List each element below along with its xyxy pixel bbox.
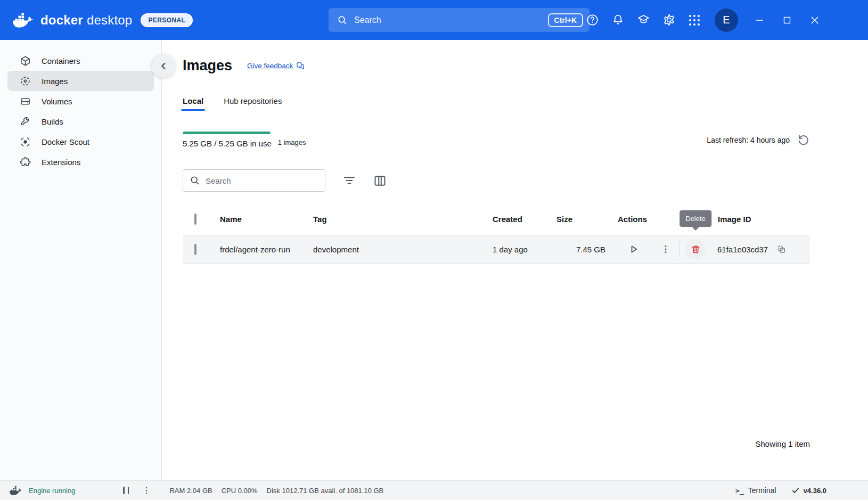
column-header-created[interactable]: Created: [486, 215, 550, 224]
usage-progress-fill: [183, 132, 271, 134]
engine-status[interactable]: Engine running: [10, 486, 75, 495]
volumes-disk-icon: [19, 96, 31, 107]
statusbar-right: >_ Terminal v4.36.0: [735, 486, 826, 495]
row-more-actions-button[interactable]: [657, 240, 675, 258]
statusbar-more-button[interactable]: [142, 486, 151, 495]
tabs: Local Hub repositories: [183, 96, 282, 111]
tab-hub-repositories[interactable]: Hub repositories: [224, 96, 282, 111]
window-minimize-button[interactable]: [746, 7, 773, 33]
builds-wrench-icon: [19, 116, 31, 127]
sidebar: Containers Images Volumes Builds: [0, 40, 162, 480]
sidebar-item-label: Images: [42, 77, 68, 86]
settings-gear-button[interactable]: [656, 7, 682, 33]
grid-dots-icon: [689, 15, 700, 26]
sidebar-item-docker-scout[interactable]: Docker Scout: [7, 132, 154, 152]
sidebar-item-containers[interactable]: Containers: [7, 51, 154, 71]
table-search-input[interactable]: [206, 176, 312, 185]
main-content: Images Give feedback Local Hub repositor…: [162, 40, 868, 480]
notifications-button[interactable]: [605, 7, 630, 33]
sidebar-item-builds[interactable]: Builds: [7, 111, 154, 132]
column-header-name[interactable]: Name: [213, 215, 306, 224]
sidebar-item-label: Docker Scout: [42, 137, 89, 146]
table-header-row: Name Tag Created Size Actions Image ID: [183, 209, 810, 229]
docker-whale-icon: [13, 13, 34, 28]
images-count: 1 images: [278, 138, 306, 146]
search-shortcut-badge: Ctrl+K: [548, 13, 583, 27]
plan-badge: PERSONAL: [141, 13, 193, 27]
image-size: 7.45 GB: [550, 245, 611, 254]
help-button[interactable]: [579, 7, 605, 33]
toolbar: [183, 169, 387, 192]
delete-tooltip: Delete: [679, 210, 711, 227]
window-maximize-button[interactable]: [773, 7, 801, 33]
sidebar-item-extensions[interactable]: Extensions: [7, 152, 154, 172]
image-id: 61fa1e03cd37: [717, 245, 768, 254]
image-tag: development: [306, 245, 435, 254]
docker-scout-icon: [19, 136, 31, 147]
images-icon: [19, 76, 31, 87]
select-all-checkbox[interactable]: [194, 214, 196, 225]
version-status[interactable]: v4.36.0: [791, 486, 826, 495]
terminal-button[interactable]: >_ Terminal: [735, 486, 776, 495]
terminal-label: Terminal: [748, 486, 776, 495]
sidebar-item-label: Extensions: [42, 158, 80, 167]
search-icon: [337, 15, 348, 26]
usage-progress-bar: [183, 132, 271, 134]
page-title: Images: [183, 58, 232, 74]
search-icon: [190, 175, 200, 186]
product-name: desktop: [87, 13, 132, 28]
apps-grid-button[interactable]: [682, 7, 707, 33]
actions-divider: [679, 241, 680, 257]
sidebar-item-label: Containers: [42, 56, 80, 65]
titlebar: docker desktop PERSONAL Search Ctrl+K: [0, 0, 868, 40]
header-actions: E: [579, 0, 868, 40]
meta-row: 5.25 GB / 5.25 GB in use 1 images Last r…: [183, 132, 810, 148]
table-search-box[interactable]: [183, 169, 325, 192]
check-icon: [791, 486, 800, 495]
sidebar-collapse-button[interactable]: [152, 54, 175, 78]
statusbar: Engine running RAM 2.04 GB CPU 0.00% Dis…: [0, 480, 868, 500]
filter-button[interactable]: [342, 174, 356, 187]
page-header: Images Give feedback: [183, 58, 305, 74]
pause-engine-button[interactable]: [123, 487, 129, 494]
disk-usage-block: 5.25 GB / 5.25 GB in use: [183, 132, 272, 148]
delete-image-button[interactable]: [685, 239, 706, 259]
sidebar-item-label: Volumes: [42, 97, 72, 106]
column-header-image-id[interactable]: Image ID: [711, 215, 810, 224]
terminal-icon: >_: [735, 487, 744, 495]
images-table: Delete Name Tag Created Size Actions Ima…: [183, 209, 810, 264]
sidebar-item-images[interactable]: Images: [7, 71, 154, 91]
brand-name: docker: [40, 13, 83, 28]
image-name: frdel/agent-zero-run: [213, 245, 306, 254]
refresh-button[interactable]: [796, 133, 810, 147]
table-row[interactable]: frdel/agent-zero-run development 1 day a…: [183, 235, 810, 264]
cpu-usage: CPU 0.00%: [222, 487, 258, 495]
chevron-left-icon: [158, 60, 169, 72]
containers-cube-icon: [19, 55, 31, 67]
avatar-initial: E: [723, 14, 730, 26]
app-logo: docker desktop PERSONAL: [0, 13, 193, 28]
avatar[interactable]: E: [715, 9, 738, 32]
docker-whale-icon: [10, 486, 22, 495]
copy-image-id-button[interactable]: [776, 244, 787, 255]
feedback-icon: [296, 62, 305, 70]
sidebar-item-volumes[interactable]: Volumes: [7, 91, 154, 111]
resource-stats: RAM 2.04 GB CPU 0.00% Disk 1012.71 GB av…: [169, 487, 383, 495]
image-created: 1 day ago: [486, 245, 550, 254]
columns-button[interactable]: [373, 174, 387, 187]
window-close-button[interactable]: [801, 7, 829, 33]
give-feedback-label: Give feedback: [247, 62, 293, 70]
learning-center-button[interactable]: [630, 7, 656, 33]
app-wordmark: docker desktop: [40, 13, 132, 28]
run-image-button[interactable]: [625, 240, 643, 258]
usage-text: 5.25 GB / 5.25 GB in use: [183, 139, 272, 148]
ram-usage: RAM 2.04 GB: [169, 487, 212, 495]
column-header-tag[interactable]: Tag: [306, 215, 435, 224]
global-search[interactable]: Search Ctrl+K: [329, 8, 589, 32]
refresh-group: Last refresh: 4 hours ago: [707, 133, 810, 147]
column-header-actions: Actions: [611, 215, 680, 224]
give-feedback-link[interactable]: Give feedback: [247, 62, 305, 70]
tab-local[interactable]: Local: [183, 96, 203, 111]
column-header-size[interactable]: Size: [550, 215, 611, 224]
row-checkbox[interactable]: [194, 244, 196, 255]
